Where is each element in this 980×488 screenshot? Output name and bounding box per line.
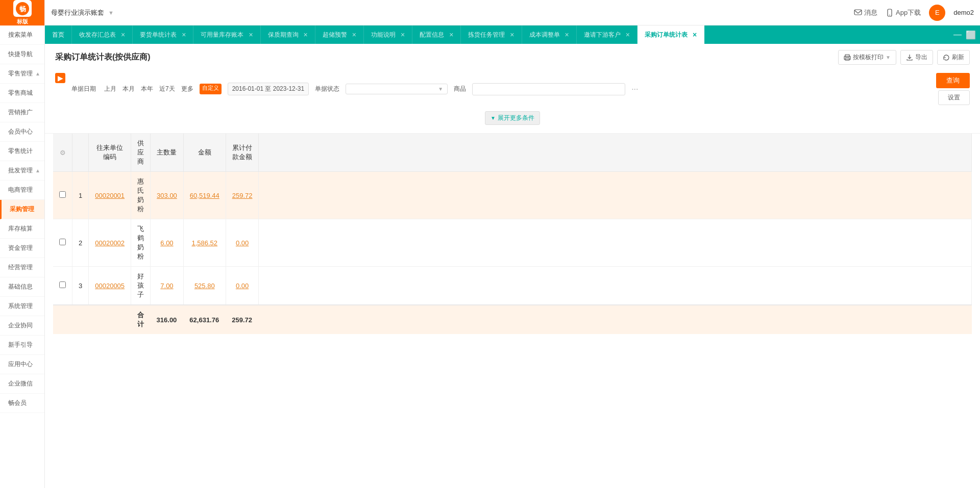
tab-close-active-icon[interactable]: × [693,31,697,39]
sidebar-item-operation[interactable]: 经营管理 [0,258,44,277]
row-qty[interactable]: 7.00 [151,267,184,305]
row-qty[interactable]: 6.00 [151,219,184,267]
page-actions: 按模板打印 ▼ 导出 刷新 [838,50,970,65]
sidebar-item-finance[interactable]: 资金管理 [0,239,44,258]
message-button[interactable]: 消息 [854,8,877,17]
expand-more-button[interactable]: ▼ 展开更多条件 [485,111,540,125]
row-code[interactable]: 00020005 [89,267,131,305]
row-code[interactable]: 00020002 [89,219,131,267]
date-btn-this-year[interactable]: 本年 [139,84,155,94]
tab-close-icon[interactable]: × [626,31,630,39]
goods-filter-label: 商品 [454,85,466,93]
row-amount[interactable]: 60,519.44 [183,172,226,219]
row-code[interactable]: 00020001 [89,172,131,219]
sidebar-item-retail-stats[interactable]: 零售统计 [0,142,44,161]
row-amount[interactable]: 1,586.52 [183,219,226,267]
sidebar-item-member-center[interactable]: 会员中心 [0,122,44,142]
row-paid[interactable]: 0.00 [226,219,259,267]
tab-close-icon[interactable]: × [565,31,569,39]
sidebar-item-enterprise-wechat[interactable]: 企业微信 [0,374,44,394]
tab-close-icon[interactable]: × [449,31,453,39]
chevron-icon-2: ▲ [35,168,40,173]
row-supplier: 好孩子 [131,267,151,305]
tab-pick-task[interactable]: 拣货任务管理 × [461,25,522,44]
col-header-paid: 累计付款金额 [226,134,259,172]
print-icon [844,54,851,61]
tab-close-icon[interactable]: × [121,31,125,39]
print-button[interactable]: 按模板打印 ▼ [838,50,896,65]
tab-cost-adjust[interactable]: 成本调整单 × [522,25,577,44]
sidebar-item-retail-manage[interactable]: 零售管理 ▲ [0,64,44,84]
tab-close-icon[interactable]: × [182,31,186,39]
svg-rect-2 [854,10,862,15]
user-avatar[interactable]: E [929,5,945,21]
status-select[interactable]: ▼ [346,84,448,94]
sidebar-item-new-guide[interactable]: 新手引导 [0,336,44,355]
row-index: 3 [72,267,89,305]
row-checkbox[interactable] [53,267,72,305]
sidebar-item-sys-manage[interactable]: 系统管理 [0,297,44,316]
sidebar-item-marketing[interactable]: 营销推广 [0,103,44,122]
tab-shelf-life[interactable]: 保质期查询 × [261,25,315,44]
sidebar-item-vip[interactable]: 畅会员 [0,394,44,413]
search-button[interactable]: 查询 [936,73,970,88]
tab-order-summary[interactable]: 要货单统计表 × [133,25,193,44]
table-settings-icon[interactable]: ⚙ [53,134,72,172]
tab-maximize-button[interactable]: ⬜ [966,30,976,40]
col-header-index [72,134,89,172]
tab-collect-dispatch[interactable]: 收发存汇总表 × [72,25,133,44]
export-button[interactable]: 导出 [900,50,933,65]
footer-amount: 62,631.76 [183,305,226,334]
tab-close-icon[interactable]: × [304,31,308,39]
tab-config-info[interactable]: 配置信息 × [412,25,461,44]
row-supplier: 惠氏奶粉 [131,172,151,219]
print-dropdown-icon[interactable]: ▼ [886,55,891,60]
sidebar-item-retail-shop[interactable]: 零售商城 [0,84,44,103]
sidebar-item-basic-info[interactable]: 基础信息 [0,277,44,297]
tab-home[interactable]: 首页 [45,25,72,44]
tab-invite-downstream[interactable]: 邀请下游客户 × [577,25,638,44]
sidebar-item-ecommerce[interactable]: 电商管理 [0,181,44,200]
row-qty[interactable]: 303.00 [151,172,184,219]
tab-close-icon[interactable]: × [352,31,356,39]
row-paid[interactable]: 0.00 [226,267,259,305]
date-btn-this-month[interactable]: 本月 [120,84,137,94]
row-checkbox[interactable] [53,219,72,267]
expand-arrow-button[interactable]: ▶ [55,73,65,83]
date-btn-7days[interactable]: 近7天 [157,84,177,94]
row-checkbox[interactable] [53,172,72,219]
sidebar-item-stock-check[interactable]: 库存核算 [0,219,44,239]
setting-button[interactable]: 设置 [938,90,970,105]
page-content: 采购订单统计表(按供应商) 按模板打印 ▼ 导出 刷新 [45,44,980,488]
row-amount[interactable]: 525.80 [183,267,226,305]
row-paid[interactable]: 259.72 [226,172,259,219]
tab-available-stock[interactable]: 可用量库存账本 × [193,25,260,44]
search-actions: 查询 设置 [936,73,970,105]
date-range-display[interactable]: 2016-01-01 至 2023-12-31 [228,83,309,95]
date-btn-more[interactable]: 更多 [179,84,195,94]
tab-purchase-summary[interactable]: 采购订单统计表 × [638,25,704,44]
workspace-dropdown-icon[interactable]: ▼ [108,10,114,16]
tab-close-icon[interactable]: × [510,31,514,39]
sidebar-item-purchase[interactable]: 采购管理 [0,200,44,219]
tab-close-icon[interactable]: × [401,31,405,39]
tab-overstock-warning[interactable]: 超储预警 × [315,25,364,44]
sidebar-item-batch-manage[interactable]: 批发管理 ▲ [0,161,44,181]
tab-function-desc[interactable]: 功能说明 × [364,25,412,44]
username-label[interactable]: demo2 [953,9,974,16]
tab-minimize-button[interactable]: — [953,30,962,39]
date-btn-last-month[interactable]: 上月 [102,84,118,94]
workspace-name[interactable]: 母婴行业演示账套 [51,8,104,17]
app-download-button[interactable]: App下载 [886,8,921,17]
tab-close-icon[interactable]: × [249,31,253,39]
sidebar-item-quick-nav[interactable]: 快捷导航 [0,45,44,64]
sidebar-item-search[interactable]: 搜索菜单 [0,25,44,45]
sidebar-item-enterprise-coop[interactable]: 企业协同 [0,316,44,336]
table-footer-row: 合计 316.00 62,631.76 259.72 [53,305,972,334]
topbar-left: 母婴行业演示账套 ▼ [51,8,114,17]
goods-filter-input[interactable] [472,83,625,95]
sidebar-item-app-center[interactable]: 应用中心 [0,355,44,374]
refresh-button[interactable]: 刷新 [937,50,970,65]
mobile-icon [886,9,894,17]
goods-more-icon[interactable]: ··· [631,85,638,94]
